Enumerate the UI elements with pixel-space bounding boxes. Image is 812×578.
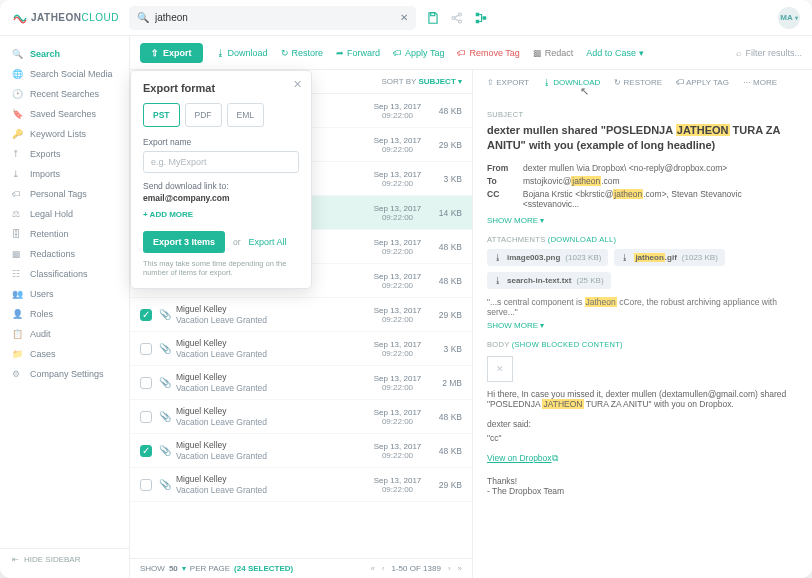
search-input[interactable] xyxy=(155,12,399,23)
add-to-case-action[interactable]: Add to Case ▾ xyxy=(586,48,644,58)
row-checkbox[interactable] xyxy=(140,479,152,491)
search-icon: 🔍 xyxy=(12,49,23,59)
attachment-item[interactable]: ⭳jatheon.gif(1023 KB) xyxy=(614,249,724,266)
results-list: ✕ Export format PST PDF EML Export name … xyxy=(130,70,473,578)
sidebar-item-users[interactable]: 👥Users xyxy=(0,284,129,304)
page-first-icon[interactable]: « xyxy=(370,564,374,573)
case-icon: 📁 xyxy=(12,349,23,359)
clear-icon[interactable]: ✕ xyxy=(400,12,408,23)
page-last-icon[interactable]: » xyxy=(458,564,462,573)
detail-more[interactable]: ⋯ MORE xyxy=(743,78,777,87)
format-pst[interactable]: PST xyxy=(143,103,180,127)
tree-icon[interactable] xyxy=(474,11,488,25)
detail-apply-tag[interactable]: 🏷 APPLY TAG xyxy=(676,78,729,87)
format-pdf[interactable]: PDF xyxy=(185,103,222,127)
sidebar-item-redactions[interactable]: ▩Redactions xyxy=(0,244,129,264)
message-meta: Fromdexter mullen \via Dropbox\ <no-repl… xyxy=(487,163,798,225)
sidebar-item-search[interactable]: 🔍Search xyxy=(0,44,129,64)
show-blocked-link[interactable]: (SHOW BLOCKED CONTENT) xyxy=(512,340,623,349)
export-items-button[interactable]: Export 3 Items xyxy=(143,231,225,253)
global-search[interactable]: 🔍 ✕ xyxy=(129,6,415,30)
apply-tag-action[interactable]: 🏷Apply Tag xyxy=(393,48,444,58)
forward-action[interactable]: ➦Forward xyxy=(336,48,380,58)
sidebar-item-personal-tags[interactable]: 🏷Personal Tags xyxy=(0,184,129,204)
sidebar-item-recent-searches[interactable]: 🕑Recent Searches xyxy=(0,84,129,104)
tag-icon: 🏷 xyxy=(393,48,402,58)
role-icon: 👤 xyxy=(12,309,23,319)
sidebar-item-saved-searches[interactable]: 🔖Saved Searches xyxy=(0,104,129,124)
detail-restore[interactable]: ↻ RESTORE xyxy=(614,78,662,87)
add-more-link[interactable]: + ADD MORE xyxy=(143,210,299,219)
result-row[interactable]: 📎 Miguel Kelley Vacation Leave Granted S… xyxy=(130,400,472,434)
format-eml[interactable]: EML xyxy=(227,103,264,127)
row-checkbox[interactable]: ✓ xyxy=(140,309,152,321)
remove-tag-action[interactable]: 🏷Remove Tag xyxy=(457,48,519,58)
share-icon[interactable] xyxy=(450,11,464,25)
forward-icon: ➦ xyxy=(336,48,344,58)
row-checkbox[interactable] xyxy=(140,343,152,355)
download-icon: ⭳ xyxy=(494,253,502,262)
download-icon: ⭳ xyxy=(621,253,629,262)
result-row[interactable]: 📎 Miguel Kelley Vacation Leave Granted S… xyxy=(130,468,472,502)
hide-sidebar[interactable]: ⇤HIDE SIDEBAR xyxy=(0,548,129,570)
tag-icon: 🏷 xyxy=(12,189,23,199)
svg-rect-0 xyxy=(430,12,434,15)
chevron-down-icon: ▾ xyxy=(458,77,462,86)
svg-rect-4 xyxy=(475,12,479,16)
sidebar-item-search-social-media[interactable]: 🌐Search Social Media xyxy=(0,64,129,84)
sidebar-item-classifications[interactable]: ☷Classifications xyxy=(0,264,129,284)
export-name-input[interactable] xyxy=(143,151,299,173)
page-next-icon[interactable]: › xyxy=(448,564,451,573)
retain-icon: 🗄 xyxy=(12,229,23,239)
show-more-snippet[interactable]: SHOW MORE ▾ xyxy=(487,321,544,330)
popover-title: Export format xyxy=(143,82,299,94)
row-checkbox[interactable] xyxy=(140,377,152,389)
result-row[interactable]: 📎 Miguel Kelley Vacation Leave Granted S… xyxy=(130,332,472,366)
blocked-image-icon: ✕ xyxy=(487,356,513,382)
page-prev-icon[interactable]: ‹ xyxy=(382,564,385,573)
restore-action[interactable]: ↻Restore xyxy=(281,48,324,58)
show-more-meta[interactable]: SHOW MORE ▾ xyxy=(487,216,544,225)
detail-download[interactable]: ⭳ DOWNLOAD xyxy=(543,78,600,87)
user-avatar[interactable]: MA ▾ xyxy=(778,7,800,29)
view-on-dropbox-link[interactable]: View on Dropbox xyxy=(487,453,552,463)
globe-icon: 🌐 xyxy=(12,69,23,79)
result-row[interactable]: 📎 Miguel Kelley Vacation Leave Granted S… xyxy=(130,366,472,400)
filter-input[interactable]: ⌕Filter results... xyxy=(736,48,802,58)
redact-icon: ▩ xyxy=(533,48,542,58)
body-text: Hi there, In case you missed it, dexter … xyxy=(487,389,798,409)
down-icon: ⤓ xyxy=(12,169,23,179)
users-icon: 👥 xyxy=(12,289,23,299)
download-action[interactable]: ⭳Download xyxy=(216,48,268,58)
detail-export[interactable]: ⇧ EXPORT xyxy=(487,78,529,87)
save-icon[interactable] xyxy=(426,11,440,25)
export-all-link[interactable]: Export All xyxy=(249,237,287,247)
collapse-icon: ⇤ xyxy=(12,555,19,564)
result-row[interactable]: ✓ 📎 Miguel Kelley Vacation Leave Granted… xyxy=(130,298,472,332)
attachment-item[interactable]: ⭳search-in-text.txt(25 KB) xyxy=(487,272,611,289)
chevron-down-icon[interactable]: ▾ xyxy=(182,564,186,573)
export-button[interactable]: ⇧Export xyxy=(140,43,203,63)
sidebar-item-cases[interactable]: 📁Cases xyxy=(0,344,129,364)
sidebar-item-audit[interactable]: 📋Audit xyxy=(0,324,129,344)
row-checkbox[interactable] xyxy=(140,411,152,423)
sidebar-item-keyword-lists[interactable]: 🔑Keyword Lists xyxy=(0,124,129,144)
redact-action[interactable]: ▩Redact xyxy=(533,48,574,58)
sidebar-item-company-settings[interactable]: ⚙Company Settings xyxy=(0,364,129,384)
audit-icon: 📋 xyxy=(12,329,23,339)
sidebar-item-roles[interactable]: 👤Roles xyxy=(0,304,129,324)
sidebar-item-imports[interactable]: ⤓Imports xyxy=(0,164,129,184)
attachment-item[interactable]: ⭳image003.png(1023 KB) xyxy=(487,249,608,266)
sidebar-item-retention[interactable]: 🗄Retention xyxy=(0,224,129,244)
attachment-icon: 📎 xyxy=(159,479,169,490)
download-all-link[interactable]: (DOWNLOAD ALL) xyxy=(548,235,616,244)
snippet-text: "...s central component is Jatheon cCore… xyxy=(487,297,798,317)
sidebar-item-exports[interactable]: ⤒Exports xyxy=(0,144,129,164)
close-icon[interactable]: ✕ xyxy=(293,78,302,91)
row-checkbox[interactable]: ✓ xyxy=(140,445,152,457)
clock-icon: 🕑 xyxy=(12,89,23,99)
result-row[interactable]: ✓ 📎 Miguel Kelley Vacation Leave Granted… xyxy=(130,434,472,468)
subject-label: SUBJECT xyxy=(487,110,798,119)
external-icon: ⧉ xyxy=(552,453,558,463)
sidebar-item-legal-hold[interactable]: ⚖Legal Hold xyxy=(0,204,129,224)
